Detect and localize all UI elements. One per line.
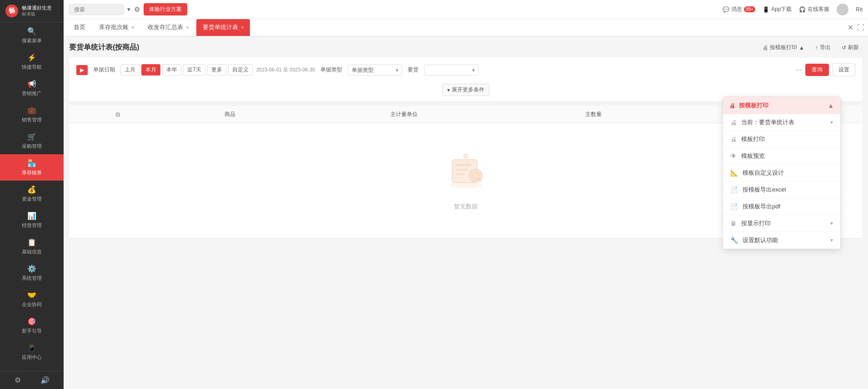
purchase-icon: 🛒: [27, 132, 36, 141]
order-type-select[interactable]: 单据类型: [348, 65, 402, 76]
search-input[interactable]: [69, 4, 124, 15]
gear-icon[interactable]: ⚙: [134, 5, 140, 14]
dropdown-template-preview[interactable]: 👁 模板预览: [723, 148, 840, 165]
svg-rect-4: [455, 173, 464, 175]
sidebar-item-inventory[interactable]: 🏪 库存核算: [0, 154, 64, 181]
system-icon: ⚙️: [27, 264, 36, 273]
date-btn-more[interactable]: 更多: [207, 64, 226, 76]
sidebar-item-label: 经营管理: [22, 222, 42, 229]
sound-icon[interactable]: 🔊: [40, 376, 50, 384]
sidebar-item-basic[interactable]: 📋 基础信息: [0, 233, 64, 260]
expand-icon: ▾: [447, 87, 450, 93]
table-header-goods: 商品: [167, 106, 293, 123]
date-btn-custom[interactable]: 自定义: [228, 64, 253, 76]
filter-expand-arrow[interactable]: ▶: [76, 65, 88, 75]
sidebar-item-shortcut[interactable]: ⚡ 快捷导航: [0, 49, 64, 75]
tab-inventory-batch-close[interactable]: ×: [131, 25, 134, 30]
tab-inventory-batch[interactable]: 库存批次账 ×: [93, 19, 140, 36]
date-btn-7days[interactable]: 近7天: [183, 64, 205, 76]
sales-icon: 💼: [27, 106, 36, 115]
dropdown-template-design[interactable]: 📐 模板自定义设计: [723, 165, 840, 182]
print-dropdown-overlay: 🖨 按模板打印 ▲ 🖨 当前：要货单统计表 ▾ 🖨 模板打印 👁 模板预览: [723, 96, 841, 249]
dropdown-set-default[interactable]: 🔧 设置默认功能 ▾: [723, 232, 840, 249]
app-download-item[interactable]: 📱 App下载: [763, 5, 792, 13]
filter-row-2: ▾ 展开更多条件: [76, 80, 855, 96]
print-dropdown-chevron: ▲: [799, 45, 804, 51]
template-design-icon: 📐: [730, 169, 738, 177]
sidebar-item-marketing[interactable]: 📢 营销推广: [0, 75, 64, 101]
tab-receivable-summary[interactable]: 收发存汇总表 ×: [141, 19, 195, 36]
sidebar-item-label: 销售管理: [22, 116, 42, 123]
sidebar-item-sales[interactable]: 💼 销售管理: [0, 101, 64, 128]
tab-order-stats[interactable]: 要货单统计表 ×: [196, 19, 250, 36]
dropdown-close-btn[interactable]: ▲: [828, 102, 834, 109]
set-default-chevron: ▾: [830, 237, 833, 243]
sidebar-item-label: 库存核算: [22, 169, 42, 176]
dropdown-template-print[interactable]: 🖨 模板打印: [723, 131, 840, 148]
print-template-btn[interactable]: 🖨 按模板打印 ▲: [759, 42, 808, 53]
sidebar-item-guide[interactable]: 🎯 新手引导: [0, 313, 64, 339]
query-btn[interactable]: 查询: [805, 64, 829, 76]
sidebar-item-wechat[interactable]: 💬 企业微信: [0, 365, 64, 371]
display-print-icon: 🖥: [730, 220, 737, 227]
goods-select[interactable]: [424, 65, 479, 76]
sidebar-item-system[interactable]: ⚙️ 系统管理: [0, 260, 64, 286]
tab-home[interactable]: 首页: [67, 19, 92, 36]
tab-order-stats-label: 要货单统计表: [203, 23, 238, 31]
table-header-settings[interactable]: ⚙: [69, 106, 167, 123]
close-all-icon[interactable]: ✕: [848, 23, 853, 32]
dropdown-current-item: 🖨 当前：要货单统计表 ▾: [723, 114, 840, 131]
content-area: 要货单统计表(按商品) 🖨 按模板打印 ▲ ↑ 导出 ↺ 刷新: [64, 36, 868, 389]
sidebar-bottom: ⚙ 🔊: [0, 371, 64, 389]
sidebar-item-label: 采购管理: [22, 143, 42, 150]
search-dropdown-icon[interactable]: ▾: [127, 6, 130, 13]
app-version: 标准版: [22, 11, 52, 17]
online-service-item[interactable]: 🎧 在线客服: [799, 5, 829, 13]
svg-rect-3: [455, 169, 468, 171]
date-btn-last-month[interactable]: 上月: [120, 64, 140, 76]
tab-inventory-batch-label: 库存批次账: [99, 23, 129, 31]
sidebar-item-cooperation[interactable]: 🤝 企业协同: [0, 286, 64, 313]
dropdown-display-print[interactable]: 🖥 按显示打印 ▾: [723, 215, 840, 232]
sidebar-item-label: 基础信息: [22, 248, 42, 255]
settings-icon[interactable]: ⚙: [15, 376, 21, 384]
more-options-icon[interactable]: ···: [796, 66, 802, 74]
order-type-select-wrapper: 单据类型: [348, 65, 402, 76]
export-btn[interactable]: ↑ 导出: [812, 42, 834, 53]
order-type-label: 单据类型: [320, 66, 342, 74]
shortcut-icon: ⚡: [27, 53, 36, 62]
maximize-icon[interactable]: ⛶: [857, 24, 864, 32]
sidebar-item-purchase[interactable]: 🛒 采购管理: [0, 128, 64, 154]
sidebar: 畅 畅康通好生意 标准版 🔍 搜索菜单 ⚡ 快捷导航 📢 营销推广 💼 销售管理…: [0, 0, 64, 389]
display-print-label: 按显示打印: [741, 219, 771, 227]
tab-receivable-summary-close[interactable]: ×: [186, 25, 189, 30]
message-item[interactable]: 💬 消息 99+: [723, 5, 755, 13]
sidebar-item-finance[interactable]: 💰 资金管理: [0, 181, 64, 207]
industry-btn[interactable]: 体验行业方案: [144, 3, 187, 15]
refresh-icon: ↺: [842, 45, 846, 51]
tab-home-label: 首页: [74, 23, 85, 31]
print-template-label: 按模板打印: [770, 44, 797, 51]
message-icon: 💬: [723, 6, 729, 13]
current-print-icon: 🖨: [730, 119, 737, 126]
dropdown-print-icon: 🖨: [729, 102, 735, 109]
page-title: 要货单统计表(按商品): [69, 43, 140, 52]
table-settings-icon[interactable]: ⚙: [115, 111, 121, 118]
tab-order-stats-close[interactable]: ×: [241, 25, 244, 30]
settings-btn[interactable]: 设置: [833, 63, 855, 76]
date-btn-this-year[interactable]: 本年: [162, 64, 181, 76]
dropdown-current-label: 当前：要货单统计表: [741, 118, 794, 126]
dropdown-export-excel[interactable]: 📄 按模板导出excel: [723, 182, 840, 198]
sidebar-item-appstore[interactable]: 📱 应用中心: [0, 339, 64, 365]
sidebar-item-label: 搜索菜单: [22, 37, 42, 44]
filter-row-1: ▶ 单据日期 上月 本月 本年 近7天 更多 自定义 2023-06-01 至 …: [76, 63, 855, 76]
expand-conditions-btn[interactable]: ▾ 展开更多条件: [442, 84, 489, 96]
date-btn-this-month[interactable]: 本月: [141, 64, 160, 76]
sidebar-item-search[interactable]: 🔍 搜索菜单: [0, 22, 64, 49]
dropdown-export-pdf[interactable]: 📄 按模板导出pdf: [723, 198, 840, 215]
refresh-btn[interactable]: ↺ 刷新: [838, 42, 863, 53]
online-service-label: 在线客服: [808, 5, 829, 13]
sidebar-item-operation[interactable]: 📊 经营管理: [0, 207, 64, 233]
appstore-icon: 📱: [27, 344, 36, 352]
table-header-quantity: 主数量: [514, 106, 673, 123]
